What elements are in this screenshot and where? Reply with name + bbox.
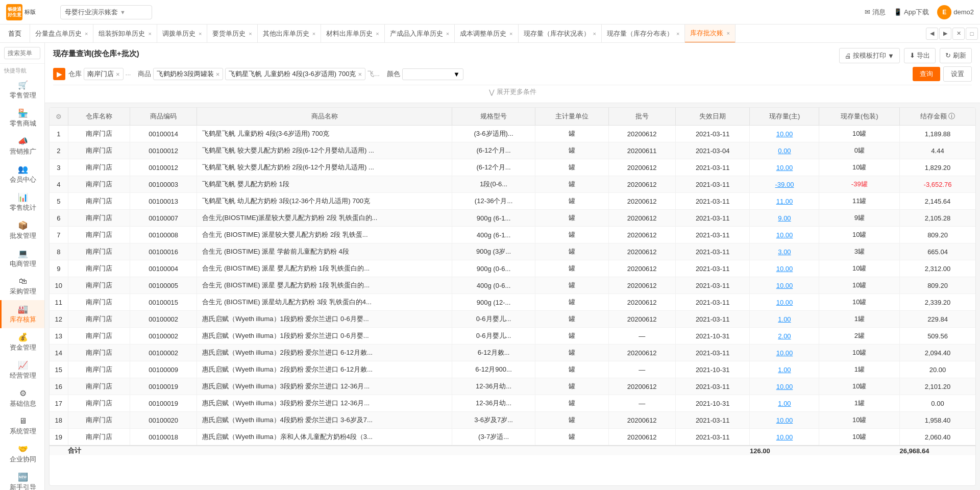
settings-btn[interactable]: 设置 (943, 66, 972, 82)
sidebar-item-marketing[interactable]: 📣 营销推广 (0, 132, 44, 160)
tab-close-split-inventory[interactable]: × (85, 31, 88, 37)
cell-qty[interactable]: 1.00 (750, 311, 819, 328)
cell-qty[interactable]: 9.00 (750, 210, 819, 227)
product-filter-label: 商品 (138, 69, 151, 79)
warehouse-tag[interactable]: 南岸门店 × (84, 68, 124, 80)
tab-close-requisition[interactable]: × (249, 31, 252, 37)
product-tag-2[interactable]: 飞鹤星飞帆 儿童奶粉 4段(3-6岁适用) 700克 × (225, 68, 365, 80)
tab-close-other-out[interactable]: × (312, 31, 315, 37)
tab-home[interactable]: 首页 (0, 24, 30, 43)
cell-no: 15 (50, 361, 68, 378)
cell-qty[interactable]: 10.00 (750, 412, 819, 429)
sidebar-item-retail-shop[interactable]: 🏪 零售商城 (0, 104, 44, 132)
cell-warehouse: 南岸门店 (68, 378, 130, 395)
tab-close-product-in[interactable]: × (446, 31, 449, 37)
sidebar-item-purchase[interactable]: 🛍 采购管理 (0, 273, 44, 300)
cell-qty[interactable]: 3.00 (750, 243, 819, 260)
tab-close-cost-adjust[interactable]: × (509, 31, 512, 37)
tab-prev-btn[interactable]: ◀ (926, 28, 938, 40)
tab-close-transfer[interactable]: × (199, 31, 202, 37)
cell-batch: 20200612 (608, 227, 675, 243)
cell-qty[interactable]: 10.00 (750, 260, 819, 277)
workspace-selector[interactable]: 母婴行业演示账套 ▼ (60, 5, 152, 19)
cell-batch: 20200612 (608, 126, 675, 142)
user-profile[interactable]: E demo2 (937, 5, 974, 19)
export-icon: ⬇ (910, 52, 917, 59)
tab-maximize-btn[interactable]: □ (966, 28, 978, 40)
col-settings[interactable]: ⚙ (50, 108, 68, 126)
color-filter-input[interactable]: ▼ (402, 68, 463, 80)
tab-disassemble[interactable]: 组装拆卸单历史 × (93, 24, 157, 43)
inventory-table: ⚙ 仓库名称 商品编码 商品名称 规格型号 主计量单位 批号 失效日期 现存量(… (50, 108, 975, 455)
expand-more-conditions[interactable]: ⋁ 展开更多条件 (53, 85, 972, 99)
sidebar-item-basics[interactable]: ⚙ 基础信息 (0, 384, 44, 412)
warehouse-tag-close[interactable]: × (116, 70, 120, 78)
tab-product-in[interactable]: 产成品入库单历史 × (385, 24, 455, 43)
cell-qty[interactable]: 10.00 (750, 277, 819, 294)
cell-qty[interactable]: -39.00 (750, 176, 819, 193)
sidebar-item-system[interactable]: 🖥 系统管理 (0, 412, 44, 440)
sidebar-item-ecommerce[interactable]: 💻 电商管理 (0, 244, 44, 273)
product-tag-2-close[interactable]: × (358, 70, 362, 78)
search-input[interactable] (4, 47, 40, 59)
tab-next-btn[interactable]: ▶ (939, 28, 951, 40)
sidebar-item-finance[interactable]: 💰 资金管理 (0, 328, 44, 356)
sidebar-item-new-guide[interactable]: 🆕 新手引导 (0, 468, 44, 490)
cell-qty[interactable]: 1.00 (750, 361, 819, 378)
cell-qty[interactable]: 10.00 (750, 429, 819, 446)
sidebar-item-members[interactable]: 👥 会员中心 (0, 160, 44, 188)
tab-requisition[interactable]: 要货单历史 × (207, 24, 257, 43)
cell-qty[interactable]: 10.00 (750, 345, 819, 361)
tab-other-out[interactable]: 其他出库单历史 × (258, 24, 321, 43)
cell-qty[interactable]: 10.00 (750, 159, 819, 176)
tab-stock-dist[interactable]: 现存量（库存分布表） × (602, 24, 685, 43)
message-btn[interactable]: ✉ 消息 (865, 8, 886, 17)
tab-batch-account[interactable]: 库存批次账 × (685, 24, 735, 43)
sidebar-item-operations[interactable]: 📈 经营管理 (0, 356, 44, 384)
cell-qty[interactable]: 1.00 (750, 395, 819, 412)
sidebar-item-cooperation[interactable]: 🤝 企业协同 (0, 440, 44, 468)
template-print-btn[interactable]: 🖨 按模板打印 ▼ (839, 48, 900, 63)
sidebar-item-inventory[interactable]: 🏭 库存核算 (0, 300, 44, 328)
refresh-btn[interactable]: ↻ 刷新 (940, 48, 972, 63)
query-btn[interactable]: 查询 (913, 67, 940, 81)
sidebar-nav-label: 快捷导航 (0, 64, 44, 76)
product-tag-1-close[interactable]: × (216, 70, 220, 78)
app-download-btn[interactable]: 📱 App下载 (894, 8, 929, 17)
tab-close-disassemble[interactable]: × (148, 31, 151, 37)
settings-col-icon[interactable]: ⚙ (56, 113, 62, 120)
sidebar-item-retail[interactable]: 🛒 零售管理 (0, 76, 44, 104)
tab-close-all-btn[interactable]: ✕ (952, 28, 965, 40)
tab-close-stock-dist[interactable]: × (676, 31, 679, 37)
cell-no: 8 (50, 243, 68, 260)
cell-qty-pkg: 10罐 (819, 260, 900, 277)
tab-bar: 首页 分量盘点单历史 × 组装拆卸单历史 × 调拨单历史 × 要货单历史 × 其… (0, 24, 980, 43)
tab-close-batch-account[interactable]: × (726, 30, 729, 36)
warehouse-filter-more[interactable]: ··· (126, 70, 131, 78)
export-btn[interactable]: ⬇ 导出 (904, 48, 936, 63)
cell-qty[interactable]: 0.00 (750, 142, 819, 159)
cell-qty[interactable]: 10.00 (750, 294, 819, 311)
tab-close-material-out[interactable]: × (376, 31, 379, 37)
cell-qty[interactable]: 2.00 (750, 328, 819, 345)
cell-qty[interactable]: 11.00 (750, 193, 819, 210)
cell-qty[interactable]: 10.00 (750, 126, 819, 142)
sidebar-item-wholesale[interactable]: 📦 批发管理 (0, 216, 44, 244)
tab-close-stock-status[interactable]: × (593, 31, 596, 37)
product-filter-more[interactable]: 飞... (368, 69, 380, 79)
tab-stock-status[interactable]: 现存量（库存状况表） × (519, 24, 602, 43)
tab-transfer[interactable]: 调拨单历史 × (157, 24, 207, 43)
cell-qty-pkg: 10罐 (819, 277, 900, 294)
tab-split-inventory[interactable]: 分量盘点单历史 × (30, 24, 93, 43)
cell-unit: 罐 (535, 260, 608, 277)
cell-batch: 20200612 (608, 378, 675, 395)
cell-amount: 809.20 (900, 277, 975, 294)
filter-expand-btn[interactable]: ▶ (53, 68, 65, 80)
cell-spec: 900g (3岁... (452, 243, 535, 260)
sidebar-item-retail-stats[interactable]: 📊 零售统计 (0, 188, 44, 216)
cell-qty[interactable]: 10.00 (750, 227, 819, 243)
tab-cost-adjust[interactable]: 成本调整单历史 × (455, 24, 518, 43)
cell-qty[interactable]: 10.00 (750, 378, 819, 395)
product-tag-1[interactable]: 飞鹤奶粉3段两罐装 × (153, 68, 223, 80)
tab-material-out[interactable]: 材料出库单历史 × (321, 24, 384, 43)
